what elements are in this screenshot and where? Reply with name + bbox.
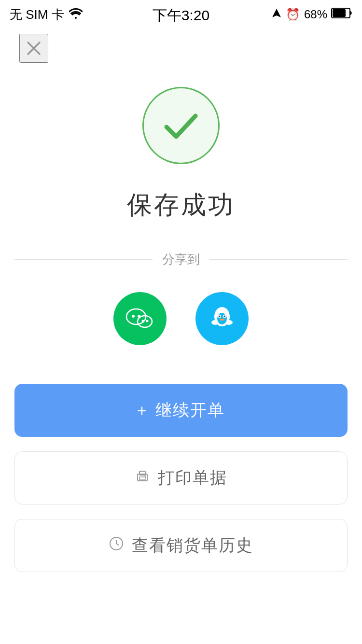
location-icon bbox=[271, 8, 282, 21]
svg-point-22 bbox=[145, 476, 146, 477]
success-section: 保存成功 bbox=[127, 87, 235, 222]
share-section: 分享到 bbox=[14, 251, 348, 384]
status-left: 无 SIM 卡 bbox=[10, 6, 83, 23]
svg-point-5 bbox=[138, 316, 152, 327]
svg-point-17 bbox=[224, 316, 225, 317]
continue-button[interactable]: + 继续开单 bbox=[14, 384, 348, 437]
history-icon bbox=[109, 536, 124, 555]
status-right: ⏰ 68% bbox=[271, 8, 352, 21]
continue-label: 继续开单 bbox=[155, 399, 225, 421]
svg-rect-1 bbox=[333, 9, 346, 17]
qq-share-button[interactable] bbox=[195, 292, 249, 345]
wechat-share-button[interactable] bbox=[113, 292, 167, 345]
success-circle bbox=[142, 87, 220, 164]
alarm-icon: ⏰ bbox=[286, 8, 300, 21]
share-label: 分享到 bbox=[162, 251, 200, 268]
svg-point-8 bbox=[142, 320, 144, 322]
close-button[interactable] bbox=[19, 34, 48, 63]
sim-text: 无 SIM 卡 bbox=[10, 6, 64, 23]
svg-point-6 bbox=[132, 315, 135, 318]
svg-point-9 bbox=[146, 320, 149, 322]
battery-icon bbox=[331, 8, 352, 21]
svg-point-7 bbox=[138, 315, 140, 318]
svg-point-18 bbox=[220, 319, 224, 321]
wifi-icon bbox=[69, 7, 83, 22]
action-buttons: + 继续开单 打印单据 查看销货单历史 bbox=[14, 384, 348, 572]
print-icon bbox=[135, 468, 150, 488]
status-bar: 无 SIM 卡 下午3:20 ⏰ 68% bbox=[0, 0, 362, 29]
status-time: 下午3:20 bbox=[153, 6, 209, 26]
history-label: 查看销货单历史 bbox=[132, 534, 253, 557]
battery-text: 68% bbox=[304, 8, 327, 21]
share-divider: 分享到 bbox=[14, 251, 348, 268]
main-content: 保存成功 分享到 bbox=[0, 29, 362, 572]
print-button[interactable]: 打印单据 bbox=[14, 451, 348, 504]
svg-rect-21 bbox=[139, 477, 145, 480]
share-icons bbox=[14, 292, 348, 345]
success-title: 保存成功 bbox=[127, 188, 235, 222]
plus-icon: + bbox=[137, 401, 148, 420]
svg-point-16 bbox=[219, 316, 221, 317]
history-button[interactable]: 查看销货单历史 bbox=[14, 519, 348, 572]
print-label: 打印单据 bbox=[158, 467, 227, 489]
